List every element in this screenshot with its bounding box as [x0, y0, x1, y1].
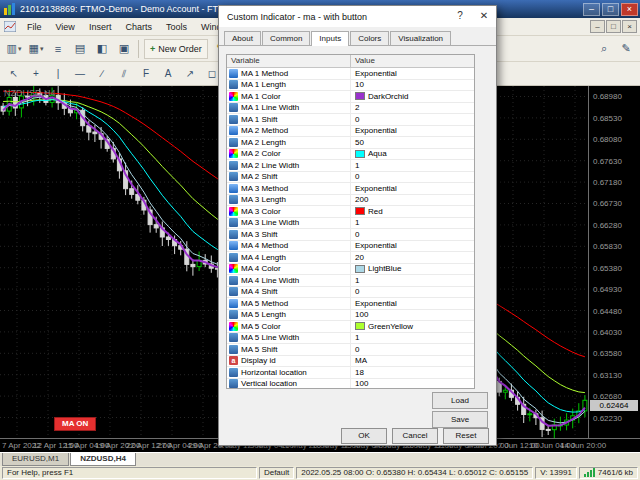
table-row[interactable]: MA 4 MethodExponential	[227, 241, 474, 253]
table-row[interactable]: MA 4 Line Width1	[227, 275, 474, 287]
param-value-cell[interactable]: 0	[351, 114, 474, 125]
dialog-close-button[interactable]: ✕	[472, 6, 496, 27]
param-value-cell[interactable]: Exponential	[351, 241, 474, 252]
table-row[interactable]: MA 2 MethodExponential	[227, 126, 474, 138]
tab-colors[interactable]: Colors	[350, 31, 389, 45]
table-row[interactable]: MA 4 Shift0	[227, 287, 474, 299]
param-value-cell[interactable]: DarkOrchid	[351, 91, 474, 102]
minimize-button[interactable]: –	[583, 3, 600, 16]
table-row[interactable]: MA 3 ColorRed	[227, 206, 474, 218]
navigator-button[interactable]: ◧	[92, 39, 112, 59]
param-value-cell[interactable]: 0	[351, 172, 474, 183]
reset-button[interactable]: Reset	[443, 428, 489, 444]
data-window-button[interactable]: ▤	[70, 39, 90, 59]
horizontal-line-button[interactable]: —	[70, 64, 90, 84]
channel-button[interactable]: ⫽	[114, 64, 134, 84]
table-row[interactable]: MA 1 Line Width2	[227, 103, 474, 115]
table-row[interactable]: MA 5 Shift0	[227, 344, 474, 356]
close-button[interactable]: ×	[621, 3, 638, 16]
param-value-cell[interactable]: Exponential	[351, 183, 474, 194]
price-scale[interactable]: 0.62464 0.689800.685300.680800.676300.67…	[588, 86, 640, 438]
menu-file[interactable]: File	[20, 20, 49, 34]
param-value-cell[interactable]: 0	[351, 287, 474, 298]
param-value-cell[interactable]: 1	[351, 218, 474, 229]
profiles-button[interactable]: ▦▾	[26, 39, 46, 59]
tab-about[interactable]: About	[224, 31, 261, 45]
mdi-restore-button[interactable]: □	[606, 20, 621, 33]
param-value-cell[interactable]: Aqua	[351, 149, 474, 160]
mdi-close-button[interactable]: ×	[622, 20, 637, 33]
ok-button[interactable]: OK	[341, 428, 387, 444]
arrows-button[interactable]: ↗	[180, 64, 200, 84]
table-row[interactable]: MA 3 Line Width1	[227, 218, 474, 230]
search-button[interactable]: ⌕	[594, 39, 614, 59]
param-value-cell[interactable]: 100	[351, 310, 474, 321]
dialog-title-bar[interactable]: Custom Indicator - ma - with button ? ✕	[219, 6, 496, 27]
param-value-cell[interactable]: 0	[351, 229, 474, 240]
table-row[interactable]: Vertical location100	[227, 379, 474, 390]
table-row[interactable]: MA 2 ColorAqua	[227, 149, 474, 161]
text-label-button[interactable]: A	[158, 64, 178, 84]
table-row[interactable]: MA 1 Length10	[227, 80, 474, 92]
param-value-cell[interactable]: 100	[351, 379, 474, 390]
menu-insert[interactable]: Insert	[82, 20, 119, 34]
tab-common[interactable]: Common	[262, 31, 310, 45]
table-row[interactable]: MA 5 Line Width1	[227, 333, 474, 345]
param-value-cell[interactable]: 1	[351, 160, 474, 171]
dialog-help-button[interactable]: ?	[448, 6, 472, 27]
menu-charts[interactable]: Charts	[118, 20, 159, 34]
edit-button[interactable]: ✎	[616, 39, 636, 59]
maximize-button[interactable]: □	[602, 3, 619, 16]
table-row[interactable]: MA 2 Shift0	[227, 172, 474, 184]
param-value-cell[interactable]: 20	[351, 252, 474, 263]
table-row[interactable]: aDisplay idMA	[227, 356, 474, 368]
param-value-cell[interactable]: 50	[351, 137, 474, 148]
trendline-button[interactable]: ∕	[92, 64, 112, 84]
new-order-button[interactable]: + New Order	[144, 39, 208, 59]
table-row[interactable]: MA 5 MethodExponential	[227, 298, 474, 310]
fibonacci-button[interactable]: F	[136, 64, 156, 84]
vertical-line-button[interactable]: |	[48, 64, 68, 84]
chart-tab-eurusd-m1[interactable]: EURUSD,M1	[2, 453, 69, 466]
table-row[interactable]: MA 5 Length100	[227, 310, 474, 322]
table-row[interactable]: MA 1 MethodExponential	[227, 68, 474, 80]
cancel-button[interactable]: Cancel	[392, 428, 438, 444]
table-row[interactable]: MA 3 Length200	[227, 195, 474, 207]
param-value-cell[interactable]: GreenYellow	[351, 321, 474, 332]
save-button[interactable]: Save	[432, 411, 488, 428]
param-value-cell[interactable]: 200	[351, 195, 474, 206]
param-value-cell[interactable]: 18	[351, 367, 474, 378]
load-button[interactable]: Load	[432, 392, 488, 409]
param-value-cell[interactable]: 2	[351, 103, 474, 114]
param-value-cell[interactable]: MA	[351, 356, 474, 367]
param-value-cell[interactable]: Exponential	[351, 298, 474, 309]
table-row[interactable]: MA 2 Length50	[227, 137, 474, 149]
param-value-cell[interactable]: 0	[351, 344, 474, 355]
terminal-button[interactable]: ▣	[114, 39, 134, 59]
param-value-cell[interactable]: 1	[351, 333, 474, 344]
table-row[interactable]: MA 1 Shift0	[227, 114, 474, 126]
tab-inputs[interactable]: Inputs	[311, 31, 349, 46]
mdi-minimize-button[interactable]: –	[590, 20, 605, 33]
status-profile[interactable]: Default	[259, 467, 294, 479]
param-value-cell[interactable]: Exponential	[351, 68, 474, 79]
table-row[interactable]: MA 1 ColorDarkOrchid	[227, 91, 474, 103]
table-row[interactable]: MA 4 Length20	[227, 252, 474, 264]
tab-visualization[interactable]: Visualization	[390, 31, 451, 45]
crosshair-button[interactable]: +	[26, 64, 46, 84]
menu-tools[interactable]: Tools	[159, 20, 194, 34]
table-row[interactable]: MA 5 ColorGreenYellow	[227, 321, 474, 333]
param-value-cell[interactable]: 1	[351, 275, 474, 286]
param-value-cell[interactable]: Red	[351, 206, 474, 217]
table-row[interactable]: MA 3 MethodExponential	[227, 183, 474, 195]
param-value-cell[interactable]: LightBlue	[351, 264, 474, 275]
table-row[interactable]: Horizontal location18	[227, 367, 474, 379]
market-watch-button[interactable]: ≡	[48, 39, 68, 59]
param-value-cell[interactable]: Exponential	[351, 126, 474, 137]
new-chart-button[interactable]: ▥▾	[4, 39, 24, 59]
table-row[interactable]: MA 2 Line Width1	[227, 160, 474, 172]
table-row[interactable]: MA 3 Shift0	[227, 229, 474, 241]
menu-view[interactable]: View	[49, 20, 82, 34]
ma-on-button[interactable]: MA ON	[54, 417, 96, 431]
table-row[interactable]: MA 4 ColorLightBlue	[227, 264, 474, 276]
